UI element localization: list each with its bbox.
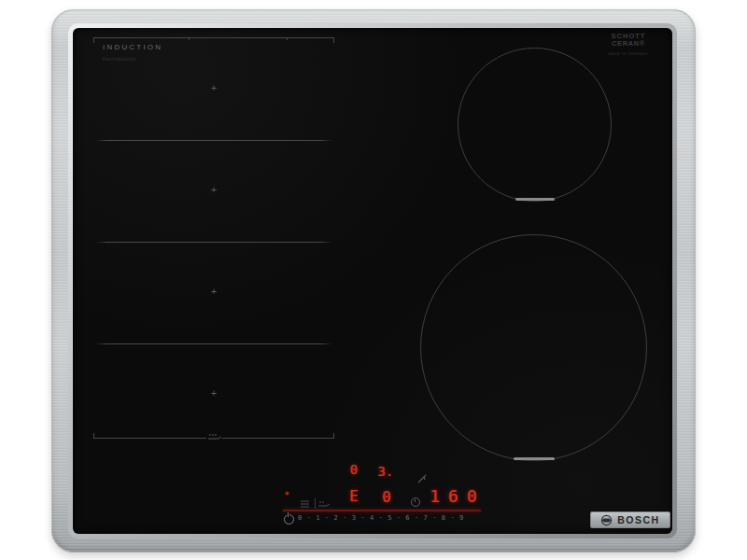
slider-glow-line [283,510,481,511]
induction-sublabel: flexInduction [103,56,136,62]
flex-zone-divider [95,343,332,344]
flex-segments-icon[interactable] [299,499,312,509]
bosch-anchor-icon [600,514,613,526]
pot-position-marker: + [206,82,221,93]
flex-bracket-tick [333,433,334,439]
pan-sensor-icon[interactable] [317,499,331,509]
status-indicator-dot [286,492,289,495]
wrench-icon[interactable] [416,473,428,484]
rear-left-zone-display: 0 [346,462,361,477]
pot-position-marker: + [206,286,221,297]
flex-bracket-tick [93,37,94,43]
ceran-line: CERAN® [598,40,659,48]
front-right-zone-ring [420,234,647,461]
icon-divider [315,498,316,509]
power-slider-scale[interactable]: 0·1·2·3·4·5·6·7·8·9 [298,514,485,522]
front-right-zone-display: 0 [379,488,394,506]
made-in-line: MADE IN GERMANY [598,52,659,56]
flex-zone-divider [95,140,332,141]
flex-zone-divider [95,242,332,243]
rear-right-zone-front-mark [515,198,555,201]
flex-bracket-tick [93,433,94,439]
induction-label: INDUCTION [103,43,162,51]
flex-notch-tick [287,37,288,40]
pot-position-marker: + [206,387,221,399]
brand-badge: BOSCH [590,511,670,528]
flex-bracket-tick [333,37,334,43]
timer-display: 160 [426,486,489,506]
brand-badge-label: BOSCH [617,514,659,525]
front-right-zone-front-mark [514,457,555,460]
rear-right-zone-ring [458,48,612,202]
product-photo-induction-hob: INDUCTION flexInduction SCHOTT CERAN® MA… [0,0,747,560]
rear-right-zone-display: 3. [375,464,396,479]
power-icon[interactable] [284,514,294,525]
clock-icon[interactable] [411,497,420,507]
pot-position-marker: + [206,184,221,195]
flex-zone-top-line [93,37,334,38]
schott-ceran-branding: SCHOTT CERAN® MADE IN GERMANY [598,33,659,56]
front-left-zone-display: E [346,487,361,505]
pan-icon [206,432,222,443]
flex-notch-tick [189,37,190,40]
